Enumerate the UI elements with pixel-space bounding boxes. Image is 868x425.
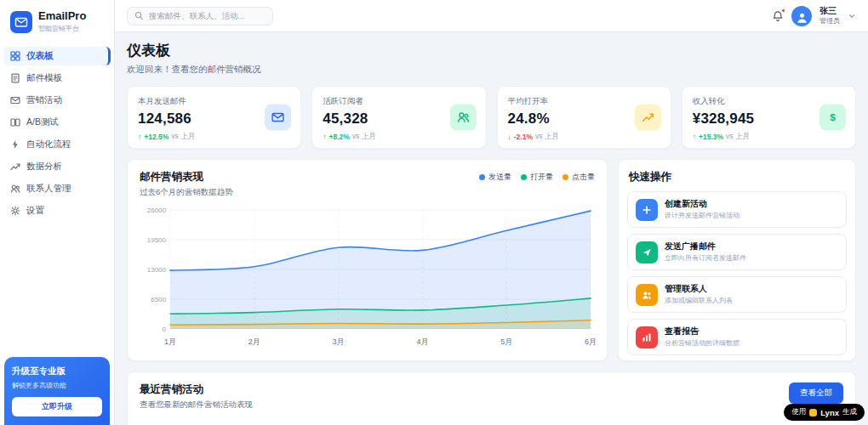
brand-tagline: 智能营销平台	[38, 24, 86, 33]
upgrade-card: 升级至专业版 解锁更多高级功能 立即升级	[4, 357, 110, 425]
action-subtitle: 设计并发送邮件营销活动	[665, 211, 740, 220]
sidebar-item-label: 仪表板	[26, 50, 54, 62]
sidebar-item-label: 营销活动	[26, 94, 62, 106]
action-subtitle: 立即向所有订阅者发送邮件	[665, 253, 746, 263]
plus-icon	[636, 199, 658, 221]
stat-vs-label: vs 上月	[352, 132, 376, 142]
stat-vs-label: vs 上月	[535, 132, 559, 142]
recent-campaigns-card: 最近营销活动 查看您最新的邮件营销活动表现 查看全部 活动名称 状态 发送量 打…	[127, 371, 856, 425]
svg-text:1月: 1月	[164, 337, 176, 346]
users-icon	[450, 105, 477, 131]
badge-suffix: 生成	[842, 407, 857, 417]
action-title: 查看报告	[665, 326, 740, 337]
down-arrow-icon: ↓	[508, 133, 511, 141]
settings-icon	[10, 206, 20, 216]
user-name: 张三	[819, 6, 840, 15]
view-all-button[interactable]: 查看全部	[789, 382, 843, 404]
stat-delta-value: +15.3%	[699, 133, 723, 141]
bar-chart-icon	[636, 326, 658, 348]
automation-icon	[10, 139, 20, 150]
svg-text:13000: 13000	[147, 266, 167, 274]
send-icon	[636, 241, 658, 264]
user-meta: 张三 管理员	[819, 6, 840, 26]
legend-dot	[562, 174, 568, 180]
stat-delta: ↑ +8.2% vs 上月	[323, 132, 475, 142]
search-icon	[134, 11, 144, 20]
action-manage-contacts[interactable]: 管理联系人 添加或编辑联系人列表	[627, 276, 847, 313]
upgrade-button[interactable]: 立即升级	[12, 397, 102, 416]
chart-legend: 发送量 打开量 点击量	[479, 170, 595, 183]
user-role: 管理员	[819, 16, 840, 26]
sidebar-item-label: 自动化流程	[26, 139, 71, 150]
stat-delta-value: +12.5%	[144, 133, 168, 141]
sidebar-item-automation[interactable]: 自动化流程	[3, 135, 111, 154]
stat-delta: ↑ +15.3% vs 上月	[693, 132, 845, 142]
notification-bell[interactable]	[772, 10, 784, 22]
stats-row: 本月发送邮件 124,586 ↑ +12.5% vs 上月 活跃订阅者 45,3…	[127, 86, 856, 149]
sidebar-item-contacts[interactable]: 联系人管理	[3, 179, 111, 198]
sidebar: EmailPro 智能营销平台 仪表板 邮件模板 营销活动 A/B测试 自动化流…	[0, 0, 115, 425]
search-input[interactable]	[149, 11, 266, 20]
legend-label: 打开量	[530, 172, 553, 183]
action-title: 创建新活动	[665, 199, 740, 209]
dashboard-icon	[10, 51, 20, 61]
stat-card-open-rate: 平均打开率 24.8% ↓ -2.1% vs 上月	[497, 86, 671, 149]
sidebar-item-campaigns[interactable]: 营销活动	[3, 91, 111, 110]
quick-actions-title: 快速操作	[629, 170, 845, 184]
templates-icon	[10, 73, 20, 83]
upgrade-title: 升级至专业版	[12, 366, 102, 377]
sidebar-item-label: A/B测试	[26, 116, 59, 128]
sidebar-item-settings[interactable]: 设置	[3, 201, 111, 220]
chart-subtitle: 过去6个月的营销数据趋势	[140, 187, 233, 198]
sidebar-item-ab-test[interactable]: A/B测试	[3, 113, 111, 132]
topbar: 张三 管理员	[115, 0, 868, 32]
legend-sent[interactable]: 发送量	[479, 172, 511, 183]
chart-title: 邮件营销表现	[140, 170, 233, 184]
brand: EmailPro 智能营销平台	[0, 0, 114, 42]
action-title: 发送广播邮件	[665, 241, 746, 252]
sidebar-item-label: 数据分析	[26, 161, 62, 173]
notification-dot	[781, 8, 785, 13]
sidebar-item-templates[interactable]: 邮件模板	[3, 69, 111, 88]
legend-label: 发送量	[488, 172, 511, 183]
search-box[interactable]	[127, 7, 273, 26]
lynx-badge[interactable]: 使用 Lynx 生成	[784, 404, 865, 421]
stat-card-subscribers: 活跃订阅者 45,328 ↑ +8.2% vs 上月	[311, 86, 486, 149]
svg-text:2月: 2月	[248, 337, 260, 346]
sidebar-item-label: 邮件模板	[26, 72, 62, 84]
brand-logo-icon	[10, 11, 32, 33]
chevron-down-icon[interactable]	[848, 12, 856, 20]
action-view-reports[interactable]: 查看报告 分析营销活动的详细数据	[627, 319, 847, 355]
sidebar-item-analytics[interactable]: 数据分析	[3, 157, 111, 176]
sidebar-item-label: 联系人管理	[26, 183, 71, 195]
action-subtitle: 分析营销活动的详细数据	[665, 338, 740, 348]
upgrade-subtitle: 解锁更多高级功能	[12, 381, 102, 390]
recent-title: 最近营销活动	[140, 382, 253, 397]
sidebar-item-dashboard[interactable]: 仪表板	[3, 47, 111, 65]
action-subtitle: 添加或编辑联系人列表	[665, 296, 733, 305]
up-arrow-icon: ↑	[138, 133, 141, 141]
stat-card-emails-sent: 本月发送邮件 124,586 ↑ +12.5% vs 上月	[127, 86, 301, 149]
up-arrow-icon: ↑	[693, 133, 696, 141]
quick-actions-card: 快速操作 创建新活动 设计并发送邮件营销活动 发送广播邮件 立即向所有订阅者发送…	[618, 159, 856, 361]
action-create-campaign[interactable]: 创建新活动 设计并发送邮件营销活动	[627, 191, 847, 228]
avatar[interactable]	[791, 6, 812, 26]
action-broadcast-email[interactable]: 发送广播邮件 立即向所有订阅者发送邮件	[627, 234, 847, 270]
legend-open[interactable]: 打开量	[521, 172, 553, 183]
badge-brand: Lynx	[820, 408, 839, 417]
svg-text:4月: 4月	[416, 337, 428, 346]
stat-delta-value: -2.1%	[514, 133, 533, 141]
svg-text:19500: 19500	[147, 236, 167, 244]
legend-click[interactable]: 点击量	[562, 172, 595, 183]
stat-delta-value: +8.2%	[329, 133, 350, 141]
sidebar-item-label: 设置	[26, 205, 44, 217]
stat-card-revenue: 收入转化 ¥328,945 ↑ +15.3% vs 上月 $	[682, 86, 856, 149]
dashboard-content: 仪表板 欢迎回来！查看您的邮件营销概况 本月发送邮件 124,586 ↑ +12…	[115, 32, 868, 425]
campaigns-icon	[10, 95, 20, 105]
svg-text:6500: 6500	[151, 296, 166, 303]
svg-text:0: 0	[163, 326, 167, 333]
table-header-row: 活动名称 状态 发送量 打开率 点击率 趋势 操作	[140, 421, 843, 425]
badge-prefix: 使用	[791, 407, 806, 417]
stat-vs-label: vs 上月	[171, 132, 195, 142]
dollar-icon: $	[819, 105, 846, 131]
